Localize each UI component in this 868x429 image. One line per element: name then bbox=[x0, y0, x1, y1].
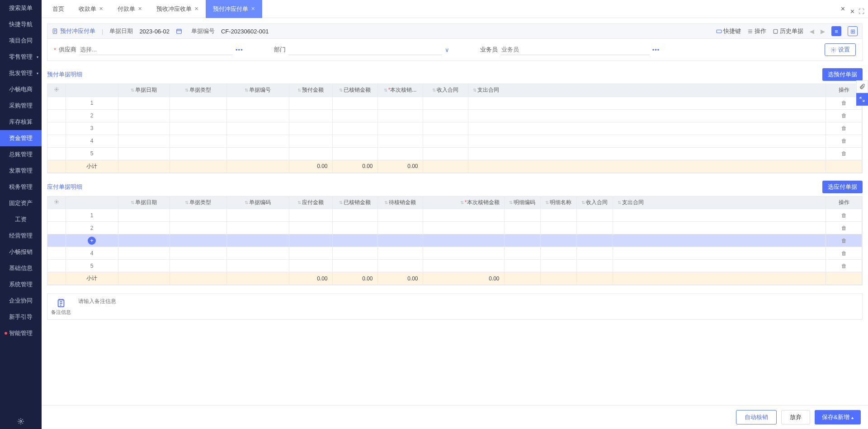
sidebar-item[interactable]: 智能管理 bbox=[0, 325, 42, 341]
auto-verify-button[interactable]: 自动核销 bbox=[736, 410, 777, 424]
type-col-header[interactable]: ⇅单据类型 bbox=[170, 84, 226, 97]
trash-icon[interactable]: 🗑 bbox=[841, 150, 847, 157]
verified-col-header[interactable]: ⇅已核销金额 bbox=[332, 84, 377, 97]
sidebar-item[interactable]: 采购管理 bbox=[0, 98, 42, 114]
tab[interactable]: 预付冲应付单✕ bbox=[206, 0, 262, 18]
date-col-header[interactable]: ⇅单据日期 bbox=[118, 84, 170, 97]
tab[interactable]: 付款单✕ bbox=[110, 0, 149, 18]
close-icon[interactable]: ✕ bbox=[138, 6, 142, 12]
close-all-tabs-button[interactable]: ✕ bbox=[836, 5, 850, 12]
close-icon[interactable]: ✕ bbox=[850, 8, 855, 15]
fullscreen-icon[interactable]: ⛶ bbox=[859, 8, 864, 15]
amount-col-header[interactable]: ⇅预付金额 bbox=[289, 84, 332, 97]
code-col-header[interactable]: ⇅单据编号 bbox=[226, 84, 289, 97]
gear-col-header[interactable] bbox=[47, 196, 66, 209]
income-col-header[interactable]: ⇅收入合同 bbox=[576, 196, 613, 209]
type-col-header[interactable]: ⇅单据类型 bbox=[170, 196, 226, 209]
trash-icon[interactable]: 🗑 bbox=[841, 225, 847, 231]
trash-icon[interactable]: 🗑 bbox=[841, 263, 847, 269]
trash-icon[interactable]: 🗑 bbox=[841, 212, 847, 219]
tab[interactable]: 收款单✕ bbox=[71, 0, 110, 18]
list-view-button[interactable]: ≡ bbox=[831, 26, 841, 36]
date-col-header[interactable]: ⇅单据日期 bbox=[118, 196, 170, 209]
sidebar-item[interactable]: 库存核算 bbox=[0, 114, 42, 130]
agent-input[interactable] bbox=[500, 44, 650, 55]
dept-input[interactable] bbox=[288, 44, 442, 55]
sidebar-item[interactable]: 小畅电商 bbox=[0, 81, 42, 98]
trash-icon[interactable]: 🗑 bbox=[841, 138, 847, 144]
prev-button[interactable]: ◀ bbox=[810, 28, 814, 35]
trash-icon[interactable]: 🗑 bbox=[841, 112, 847, 119]
discard-button[interactable]: 放弃 bbox=[781, 410, 810, 424]
card-view-button[interactable]: ⊞ bbox=[848, 26, 858, 36]
table-row[interactable]: +🗑 bbox=[47, 234, 862, 247]
shortcut-button[interactable]: 快捷键 bbox=[716, 27, 741, 35]
dname-col-header[interactable]: ⇅明细名称 bbox=[540, 196, 576, 209]
calendar-icon[interactable] bbox=[176, 28, 182, 34]
close-icon[interactable]: ✕ bbox=[194, 6, 198, 12]
trash-icon[interactable]: 🗑 bbox=[841, 250, 847, 256]
table-row[interactable]: 4🗑 bbox=[47, 135, 862, 147]
code-col-header[interactable]: ⇅单据编码 bbox=[226, 196, 289, 209]
expense-col-header[interactable]: ⇅支出合同 bbox=[468, 84, 826, 97]
table-row[interactable]: 1🗑 bbox=[47, 97, 862, 109]
sidebar-item[interactable]: 系统管理 bbox=[0, 276, 42, 293]
sidebar-item[interactable]: 固定资产 bbox=[0, 195, 42, 211]
trash-icon[interactable]: 🗑 bbox=[841, 100, 847, 106]
sidebar-item[interactable]: 基础信息 bbox=[0, 260, 42, 276]
sidebar-item[interactable]: 总账管理 bbox=[0, 146, 42, 163]
date-value[interactable]: 2023-06-02 bbox=[139, 28, 170, 35]
select-prepay-button[interactable]: 选预付单据 bbox=[822, 68, 863, 81]
agent-picker-icon[interactable]: ••• bbox=[652, 47, 660, 53]
tab[interactable]: 首页 bbox=[45, 0, 71, 18]
table-row[interactable]: 2🗑 bbox=[47, 109, 862, 122]
sidebar-item[interactable]: 发票管理 bbox=[0, 163, 42, 179]
income-col-header[interactable]: ⇅收入合同 bbox=[423, 84, 468, 97]
attachment-button[interactable] bbox=[856, 80, 868, 93]
gear-col-header[interactable] bbox=[47, 84, 66, 97]
this-col-header[interactable]: ⇅*本次核销... bbox=[377, 84, 423, 97]
next-button[interactable]: ▶ bbox=[821, 28, 825, 35]
sidebar-item[interactable]: 零售管理▾ bbox=[0, 49, 42, 65]
table-row[interactable]: 2🗑 bbox=[47, 222, 862, 234]
sidebar-item[interactable]: 企业协同 bbox=[0, 293, 42, 309]
sidebar-item[interactable]: 工资 bbox=[0, 211, 42, 228]
expand-button[interactable] bbox=[856, 93, 868, 106]
verified-col-header[interactable]: ⇅已核销金额 bbox=[332, 196, 377, 209]
dcode-col-header[interactable]: ⇅明细编码 bbox=[504, 196, 540, 209]
sidebar-item[interactable]: 小畅报销 bbox=[0, 244, 42, 260]
add-row-button[interactable]: + bbox=[88, 237, 96, 245]
sidebar-settings-button[interactable] bbox=[0, 414, 42, 429]
table-row[interactable]: 5🗑 bbox=[47, 260, 862, 272]
sidebar-item[interactable]: 搜索菜单 bbox=[0, 0, 42, 16]
supplier-input[interactable] bbox=[79, 44, 233, 55]
sidebar-item[interactable]: 税务管理 bbox=[0, 179, 42, 195]
sidebar-item[interactable]: 经营管理 bbox=[0, 228, 42, 244]
this-col-header[interactable]: ⇅*本次核销金额 bbox=[423, 196, 504, 209]
operate-button[interactable]: 操作 bbox=[747, 27, 766, 35]
table-row[interactable]: 5🗑 bbox=[47, 147, 862, 160]
tab[interactable]: 预收冲应收单✕ bbox=[149, 0, 206, 18]
sidebar-item[interactable]: 资金管理 bbox=[0, 130, 42, 146]
pending-col-header[interactable]: ⇅待核销金额 bbox=[377, 196, 423, 209]
trash-icon[interactable]: 🗑 bbox=[841, 125, 847, 131]
save-new-button[interactable]: 保存&新增▴ bbox=[815, 410, 861, 424]
select-payable-button[interactable]: 选应付单据 bbox=[822, 181, 863, 193]
payable-col-header[interactable]: ⇅应付金额 bbox=[289, 196, 332, 209]
sidebar-item[interactable]: 项目合同 bbox=[0, 33, 42, 49]
remarks-input[interactable] bbox=[75, 294, 862, 319]
close-icon[interactable]: ✕ bbox=[251, 6, 255, 12]
expense-col-header[interactable]: ⇅支出合同 bbox=[613, 196, 826, 209]
sidebar-item[interactable]: 新手引导 bbox=[0, 309, 42, 325]
sidebar-item[interactable]: 批发管理▾ bbox=[0, 65, 42, 81]
table-row[interactable]: 4🗑 bbox=[47, 247, 862, 260]
settings-button[interactable]: 设置 bbox=[825, 43, 856, 56]
table-row[interactable]: 3🗑 bbox=[47, 122, 862, 135]
supplier-picker-icon[interactable]: ••• bbox=[236, 47, 243, 53]
table-row[interactable]: 1🗑 bbox=[47, 209, 862, 222]
close-icon[interactable]: ✕ bbox=[99, 6, 103, 12]
history-button[interactable]: 历史单据 bbox=[773, 27, 803, 35]
chevron-down-icon[interactable]: ∨ bbox=[445, 47, 449, 53]
trash-icon[interactable]: 🗑 bbox=[841, 238, 847, 244]
sidebar-item[interactable]: 快捷导航 bbox=[0, 16, 42, 33]
